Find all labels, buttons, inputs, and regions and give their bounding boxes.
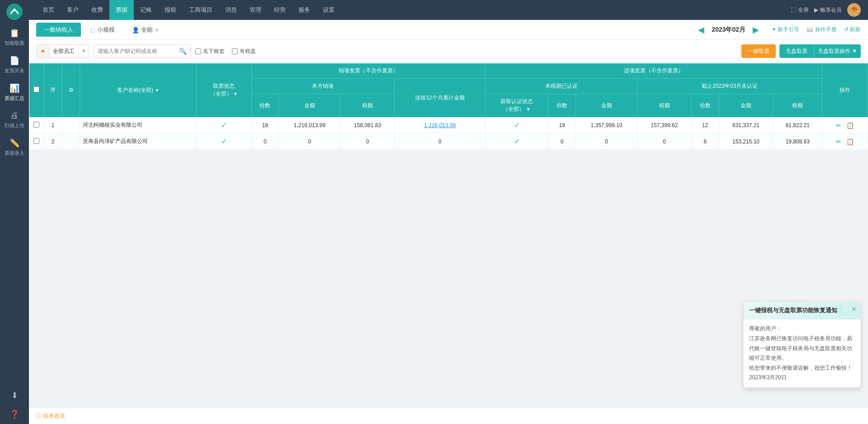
sidebar-item-invoice-entry[interactable]: ✏️ 票据录入 <box>0 133 29 161</box>
notification-line: 江苏政务网已恢复访问电子税务局功能，易代账一键登陆电子税务局与无盘取票相关功能可… <box>749 334 855 363</box>
one-click-btn[interactable]: 一键取票 <box>741 44 776 58</box>
nav-settings[interactable]: 设置 <box>316 0 341 20</box>
nav-service[interactable]: 服务 <box>292 0 316 20</box>
tab-all[interactable]: 👤 全能 ▼ <box>124 23 167 37</box>
nav-business[interactable]: 工商项目 <box>183 0 219 20</box>
checkbox-tax[interactable]: 有税盘 <box>232 48 256 55</box>
col-index: 序 <box>44 63 62 117</box>
col-sales-amount: 金额 <box>279 94 340 117</box>
detail-icon[interactable]: 📋 <box>846 122 854 129</box>
logo <box>0 0 29 24</box>
search-button[interactable]: 🔍 <box>175 48 190 55</box>
sidebar-item-invoice-open[interactable]: 📄 发票开具 <box>0 51 29 79</box>
checkbox-sub[interactable]: 名下账套 <box>195 48 225 55</box>
nav-home[interactable]: 首页 <box>36 0 61 20</box>
checkbox-sub-input[interactable] <box>195 48 201 54</box>
invoice-entry-icon: ✏️ <box>9 138 19 148</box>
nav-management[interactable]: 管理 <box>243 0 268 20</box>
nav-right-actions: ⛶ 全屏 ▶ 畅享会员 🐯 <box>791 3 861 17</box>
tab-general-taxpayer[interactable]: 一般纳税人 <box>36 23 81 37</box>
col-12month: 连续12个月累计金额 <box>395 79 486 117</box>
invoice-open-icon: 📄 <box>9 56 19 66</box>
nav-customer[interactable]: 客户 <box>61 0 85 20</box>
row-checkbox[interactable] <box>29 133 44 150</box>
row-sales-count: 0 <box>251 133 279 150</box>
user-avatar[interactable]: 🐯 <box>847 3 861 17</box>
col-uncert-amount: 金额 <box>719 94 773 117</box>
settings-icon[interactable]: ⚙ <box>69 87 74 93</box>
nav-operation[interactable]: 经营 <box>268 0 292 20</box>
notification-popup: ✈ 一键报税与无盘取票功能恢复通知 ✕ 尊敬的用户：江苏政务网已恢复访问电子税务… <box>743 301 861 388</box>
nav-tax[interactable]: 报税 <box>158 0 183 20</box>
row-12month-amount: 1,216,013.99 <box>395 117 486 133</box>
toolbar-right: 一键取票 无盘取票 无盘取票操作 ▼ <box>741 44 861 58</box>
period-prev-btn[interactable]: ◀ <box>698 25 704 35</box>
toolbar: ■ 全部员工 ▼ 🔍 名下账套 有税盘 一键取票 无盘取票 无盘取票操作 ▼ <box>29 40 868 63</box>
col-sales-tax: 税额 <box>340 94 395 117</box>
employee-filter-value: 全部员工 <box>49 44 78 58</box>
sidebar-item-invoice-summary-label: 票据汇总 <box>5 95 24 102</box>
nav-invoice[interactable]: 票据 <box>109 0 134 20</box>
tab-small-scale[interactable]: ◻ 小规模 <box>83 23 123 37</box>
refresh-btn[interactable]: ↺ 刷新 <box>844 26 861 33</box>
filter-checkboxes: 名下账套 有税盘 <box>195 48 256 55</box>
col-month-sales: 本月销项 <box>251 79 395 94</box>
sidebar-item-smart-deduct[interactable]: 📋 智能取票 <box>0 24 29 51</box>
search-input[interactable] <box>94 44 175 58</box>
employee-filter[interactable]: ■ 全部员工 ▼ <box>36 44 89 58</box>
tax-policy-label: 税务政策 <box>43 412 65 420</box>
row-uncert-tax: 81,822.21 <box>773 117 822 133</box>
row-customer: 灵寿县尚泽矿产品有限公司 <box>80 133 196 150</box>
tab-all-dropdown-icon[interactable]: ▼ <box>155 28 159 33</box>
sidebar-item-smart-deduct-label: 智能取票 <box>5 40 24 47</box>
checkbox-tax-input[interactable] <box>232 48 238 54</box>
small-scale-icon: ◻ <box>90 27 95 33</box>
period-next-btn[interactable]: ▶ <box>753 25 759 35</box>
col-uncert: 截止2023年03月未认证 <box>637 79 822 94</box>
table-group-header-row: 序 ⚙ 客户名称(全部) ▼ 取票状态（全部） ▼ 销项发票（不含作废票） 进项… <box>29 63 868 79</box>
tax-policy-link[interactable]: ⓘ 税务政策 <box>36 412 65 420</box>
member-btn[interactable]: ▶ 畅享会员 <box>814 6 842 14</box>
row-uncert-tax: 19,808.63 <box>773 133 822 150</box>
no-disk-btn[interactable]: 无盘取票 <box>779 44 814 58</box>
tab-bar: 一般纳税人 ◻ 小规模 👤 全能 ▼ ◀ 2023年02月 ▶ ✦ 新手引导 📖… <box>29 20 868 40</box>
employee-filter-arrow[interactable]: ▼ <box>78 44 89 58</box>
row-action: ✏ 📋 <box>822 133 868 150</box>
row-sales-tax: 158,081.83 <box>340 117 395 133</box>
nav-message[interactable]: 消息 <box>219 0 243 20</box>
notification-close-btn[interactable]: ✕ <box>851 305 857 313</box>
new-guide-btn[interactable]: ✦ 新手引导 <box>772 26 799 33</box>
sidebar-item-scan-upload-label: 扫描上传 <box>5 122 24 129</box>
row-cert-amount: 1,357,999.10 <box>576 117 637 133</box>
col-cert-tax: 税额 <box>637 94 692 117</box>
smart-deduct-icon: 📋 <box>9 28 19 38</box>
col-cert-count: 份数 <box>548 94 576 117</box>
no-disk-more-btn[interactable]: 无盘取票操作 ▼ <box>814 44 861 58</box>
row-deduct-status: ✓ <box>196 117 251 133</box>
row-uncert-count: 12 <box>691 117 719 133</box>
table-body: 1 河北柯穗核实业有限公司 ✓ 18 1,216,013.99 158,081.… <box>29 117 868 150</box>
row-12month-amount: 0 <box>395 133 486 150</box>
invoice-summary-icon: 📊 <box>9 83 19 93</box>
fullscreen-btn[interactable]: ⛶ 全屏 <box>791 6 809 14</box>
sidebar-item-invoice-summary[interactable]: 📊 票据汇总 <box>0 79 29 106</box>
row-checkbox[interactable] <box>29 117 44 133</box>
row-cert-tax: 157,399.62 <box>637 117 692 133</box>
cert-status-icon: ✓ <box>514 138 520 145</box>
row-sales-amount: 0 <box>279 133 340 150</box>
sidebar-item-help[interactable]: ❓ <box>0 405 29 424</box>
manual-btn[interactable]: 📖 操作手册 <box>807 26 836 33</box>
scan-upload-icon: 🖨 <box>10 111 19 120</box>
sidebar-item-invoice-entry-label: 票据录入 <box>5 150 24 157</box>
sidebar-item-download[interactable]: ⬇ <box>0 386 29 405</box>
row-customer: 河北柯穗核实业有限公司 <box>80 117 196 133</box>
edit-icon[interactable]: ✏ <box>836 138 841 145</box>
nav-billing[interactable]: 收费 <box>85 0 109 20</box>
nav-accounting[interactable]: 记账 <box>134 0 158 20</box>
search-box: 🔍 <box>94 44 191 58</box>
sidebar-item-scan-upload[interactable]: 🖨 扫描上传 <box>0 106 29 133</box>
detail-icon[interactable]: 📋 <box>846 138 854 145</box>
deduct-status-icon: ✓ <box>221 121 227 129</box>
select-all-checkbox[interactable] <box>33 86 39 92</box>
edit-icon[interactable]: ✏ <box>836 122 841 129</box>
